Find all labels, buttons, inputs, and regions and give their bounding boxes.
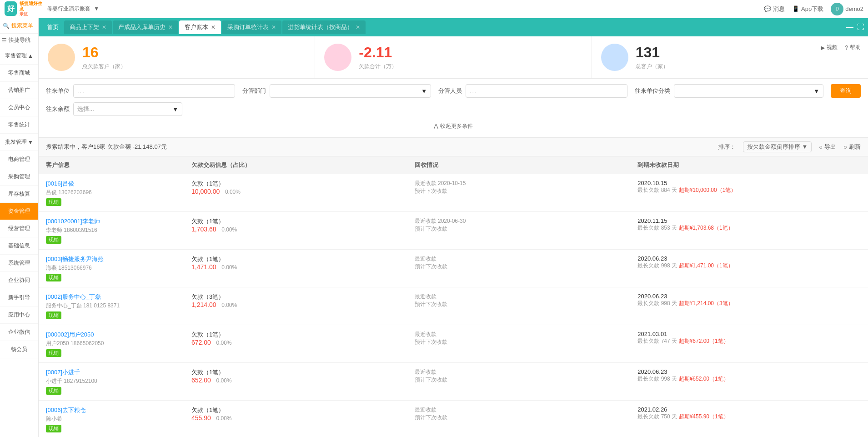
sidebar-quick-nav[interactable]: ☰ 快捷导航 (0, 34, 38, 47)
filter-balance: 往来余额 选择... ▼ (46, 102, 182, 116)
dept-select[interactable]: ▼ (270, 84, 431, 98)
tab-close-inventory-history[interactable]: ✕ (168, 24, 173, 30)
customer-name-7[interactable]: [0006]去下粮仓 (46, 406, 191, 414)
overdue-link-3[interactable]: 超期¥1,471.00（1笔） (679, 262, 733, 269)
due-info-5: 2021.03.01 最长欠款 747 天 超期¥672.00（1笔） (637, 331, 861, 357)
debt-count-6: 欠款（1笔） (191, 368, 415, 377)
sidebar-item-vip[interactable]: 畅会员 (0, 341, 38, 358)
sidebar-item-member[interactable]: 会员中心 (0, 99, 38, 116)
stat-label-debt-customers: 总欠款客户（家） (82, 63, 126, 70)
store-selector[interactable]: 母婴行业演示账套 ▼ (43, 5, 103, 13)
overdue-link-2[interactable]: 超期¥1,703.68（1笔） (679, 225, 733, 231)
customer-name-6[interactable]: [0007]小进千 (46, 368, 191, 377)
tab-close-product-listing[interactable]: ✕ (102, 24, 106, 30)
tab-inventory-history[interactable]: 产成品入库单历史 ✕ (113, 20, 178, 34)
debt-pct-6: 0.00% (216, 377, 231, 384)
maximize-btn[interactable]: ⛶ (857, 23, 864, 31)
due-info-6: 2020.06.23 最长欠款 998 天 超期¥652.00（1笔） (637, 368, 861, 395)
export-btn[interactable]: ○ 导出 (819, 143, 836, 151)
customer-name-2[interactable]: [0001020001]李老师 (46, 217, 191, 226)
sidebar-item-retail-mgmt[interactable]: 零售管理 ▲ (0, 47, 38, 65)
overdue-link-5[interactable]: 超期¥672.00（1笔） (679, 338, 729, 344)
filter-dept: 分管部门 ▼ (242, 84, 431, 98)
chevron-down-unit: ▼ (813, 88, 819, 95)
overdue-days-5: 最长欠款 747 天 (637, 338, 677, 344)
sort-select[interactable]: 按欠款金额倒序排序 ▼ (743, 141, 812, 152)
help-icon: ? (845, 45, 848, 51)
sidebar-item-operations[interactable]: 经营管理 (0, 220, 38, 237)
debt-amount-6[interactable]: 652.00 (191, 377, 211, 384)
recovery-info-3: 最近收款 预计下次收款 (415, 255, 638, 281)
debt-pct-7: 0.00% (216, 415, 231, 422)
sidebar-item-inventory[interactable]: 库存核算 (0, 186, 38, 203)
tab-close-goods-stats[interactable]: ✕ (356, 24, 360, 30)
recovery-info-7: 最近收款 预计下次收款 (415, 406, 638, 432)
search-button[interactable]: 查询 (831, 84, 861, 98)
stats-row: ¥ 16 总欠款客户（家） ! (39, 36, 868, 79)
unit-class-select[interactable]: ▼ (674, 84, 824, 98)
sidebar-item-marketing[interactable]: 营销推广 (0, 82, 38, 99)
tab-customer-ledger[interactable]: 客户账本 ✕ (179, 20, 221, 34)
tab-close-customer-ledger[interactable]: ✕ (211, 24, 216, 30)
debt-amount-1[interactable]: 10,000.00 (191, 188, 220, 195)
tab-purchase-order-stats[interactable]: 采购订单统计表 ✕ (222, 20, 281, 34)
search-icon: 🔍 (3, 23, 10, 29)
sidebar-item-system[interactable]: 系统管理 (0, 255, 38, 272)
sidebar-item-wechat[interactable]: 企业微信 (0, 324, 38, 341)
debt-amount-4[interactable]: 1,214.00 (191, 301, 216, 308)
top-bar: 好 畅捷通好生意 示范 母婴行业演示账套 ▼ 💬 消息 📱 App下载 D (0, 0, 868, 18)
tab-home[interactable]: 首页 (42, 23, 63, 31)
debt-amount-7[interactable]: 455.90 (191, 414, 211, 422)
sidebar-item-finance[interactable]: 资金管理 (0, 203, 38, 220)
sidebar-item-newbie[interactable]: 新手引导 (0, 289, 38, 306)
customer-name-1[interactable]: [0016]吕俊 (46, 180, 191, 188)
stat-icon-money: ¥ (48, 44, 75, 71)
recovery-info-5: 最近收款 预计下次收款 (415, 331, 638, 357)
customer-name-4[interactable]: [0002]服务中心_丁磊 (46, 293, 191, 301)
sidebar-item-app-center[interactable]: 应用中心 (0, 306, 38, 324)
balance-select[interactable]: 选择... ▼ (73, 102, 182, 116)
tab-product-listing[interactable]: 商品上下架 ✕ (64, 20, 112, 34)
app-download-btn[interactable]: 📱 App下载 (792, 5, 823, 13)
debt-info-1: 欠款（1笔） 10,000.00 0.00% (191, 180, 415, 206)
tab-close-purchase-order-stats[interactable]: ✕ (271, 24, 276, 30)
col-header-debt: 欠款交易信息（占比） (191, 161, 415, 169)
debt-amount-2[interactable]: 1,703.68 (191, 226, 216, 233)
app-wrapper: 好 畅捷通好生意 示范 母婴行业演示账套 ▼ 💬 消息 📱 App下载 D (0, 0, 868, 437)
refresh-btn[interactable]: ○ 刷新 (843, 143, 861, 151)
table-row: [0002]服务中心_丁磊 服务中心_丁磊 181 0125 8371 现销 欠… (39, 287, 868, 325)
sidebar-item-enterprise[interactable]: 企业协同 (0, 272, 38, 289)
video-btn[interactable]: ▶ 视频 (821, 44, 838, 51)
help-btn[interactable]: ? 帮助 (845, 44, 861, 51)
message-btn[interactable]: 💬 消息 (764, 5, 785, 13)
sidebar-item-ecommerce[interactable]: 电商管理 (0, 151, 38, 168)
logo-icon: 好 (7, 4, 15, 14)
sidebar-item-retail-mall[interactable]: 零售商城 (0, 65, 38, 82)
overdue-days-4: 最长欠款 998 天 (637, 300, 677, 306)
tab-goods-stats[interactable]: 进货单统计表（按商品） ✕ (282, 20, 366, 34)
debt-amount-3[interactable]: 1,471.00 (191, 263, 216, 271)
sidebar-item-purchase[interactable]: 采购管理 (0, 168, 38, 186)
manager-input[interactable]: ... (466, 84, 627, 98)
debt-info-2: 欠款（1笔） 1,703.68 0.00% (191, 217, 415, 244)
svg-text:¥: ¥ (59, 53, 64, 62)
overdue-link-4[interactable]: 超期¥1,214.00（3笔） (679, 300, 733, 306)
sidebar-item-wholesale[interactable]: 批发管理 ▼ (0, 134, 38, 151)
minimize-btn[interactable]: — (846, 23, 853, 31)
tabs-right: — ⛶ (846, 23, 864, 31)
sidebar-item-basic-info[interactable]: 基础信息 (0, 237, 38, 255)
debt-amount-5[interactable]: 672.00 (191, 339, 211, 346)
overdue-link-7[interactable]: 超期¥455.90（1笔） (679, 413, 729, 420)
sidebar-item-retail-stats[interactable]: 零售统计 (0, 116, 38, 134)
overdue-link-6[interactable]: 超期¥652.00（1笔） (679, 376, 729, 382)
from-unit-input[interactable]: ... (73, 84, 235, 98)
overdue-link-1[interactable]: 超期¥10,000.00（1笔） (679, 187, 737, 193)
customer-name-5[interactable]: [000002]用户2050 (46, 331, 191, 339)
sidebar-search[interactable]: 🔍 搜索菜单 (0, 18, 38, 34)
collapse-button[interactable]: ⋀ 收起更多条件 (434, 122, 472, 130)
customer-info-3: [0003]畅捷服务尹海燕 海燕 18513066976 现销 (46, 255, 191, 281)
customer-name-3[interactable]: [0003]畅捷服务尹海燕 (46, 255, 191, 263)
user-menu[interactable]: D demo2 (831, 3, 863, 15)
due-info-1: 2020.10.15 最长欠款 884 天 超期¥10,000.00（1笔） (637, 180, 861, 206)
table-container: 客户信息 欠款交易信息（占比） 回收情况 到期未收款日期 [0016]吕俊 吕俊… (39, 156, 868, 437)
